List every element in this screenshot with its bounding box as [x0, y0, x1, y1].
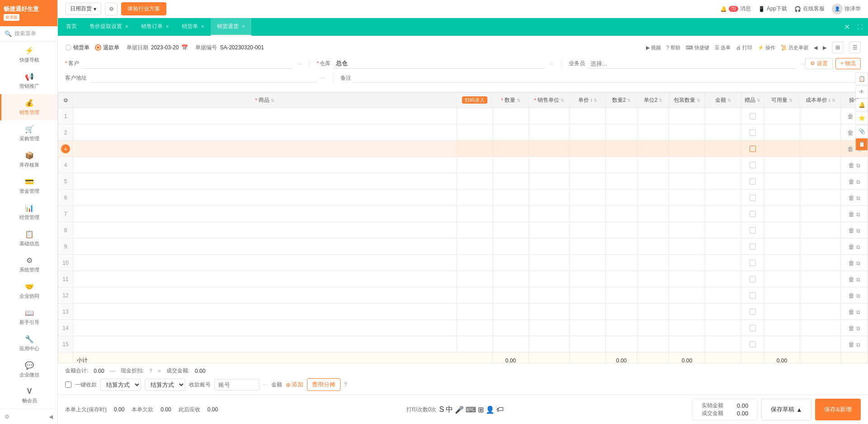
avail-cell[interactable] [764, 124, 800, 141]
add-cost-button[interactable]: ⊕ 添加 [286, 381, 303, 389]
product-input[interactable] [76, 145, 453, 152]
list-view-btn[interactable]: ☰ [849, 42, 861, 53]
copy-row-button[interactable]: ⧉ [856, 260, 860, 267]
avail-cell[interactable] [764, 108, 800, 124]
copy-row-button[interactable]: ⧉ [856, 162, 860, 169]
notification-bell[interactable]: 🔔 70 消息 [720, 5, 751, 13]
search-menu[interactable]: 🔍 搜索菜单 [0, 26, 57, 42]
pack-qty-cell[interactable] [669, 108, 705, 124]
cost-split-button[interactable]: 费用分摊 [307, 378, 340, 391]
product-cell[interactable] [73, 304, 457, 320]
price-cell[interactable] [570, 108, 606, 124]
sidebar-item-jichu[interactable]: 📋 基础信息 [0, 225, 57, 252]
gift-checkbox[interactable] [750, 292, 756, 299]
amount-cell[interactable] [705, 141, 741, 157]
rfloat-btn-6[interactable]: 📋 [855, 138, 868, 151]
delete-row-button[interactable]: 🗑 [848, 210, 854, 218]
sidebar-item-member[interactable]: V 畅会员 [0, 383, 57, 409]
rfloat-btn-3[interactable]: 🔔 [855, 99, 868, 111]
delete-row-button[interactable]: 🗑 [848, 178, 854, 185]
sidebar-item-kuaijie[interactable]: ⚡ 快捷导航 [0, 42, 57, 68]
unit-cell[interactable] [529, 124, 570, 141]
product-cell[interactable] [73, 320, 457, 336]
unit-cell[interactable] [529, 108, 570, 124]
address-input[interactable] [90, 73, 316, 83]
address-picker-icon[interactable]: ··· [321, 75, 326, 81]
operation-btn[interactable]: ⚡ 操作 [758, 44, 775, 51]
settings-gear-icon[interactable]: ⚙ [5, 414, 9, 420]
rfloat-btn-1[interactable]: 📋 [855, 72, 868, 85]
delete-row-button[interactable]: 🗑 [848, 292, 854, 299]
qty-cell[interactable] [493, 108, 529, 124]
delete-row-button[interactable]: 🗑 [848, 227, 854, 234]
warehouse-input[interactable] [333, 59, 544, 69]
product-cell[interactable] [73, 271, 457, 287]
delete-row-button[interactable]: 🗑 [847, 145, 854, 152]
delete-row-button[interactable]: 🗑 [847, 129, 854, 136]
unit-cell[interactable] [529, 141, 570, 157]
sort-icon[interactable]: ⇅ [832, 98, 835, 103]
video-btn[interactable]: ▶ 视频 [646, 44, 661, 51]
pack-qty-cell[interactable] [669, 141, 705, 157]
app-download-link[interactable]: 📱 App下载 [758, 5, 787, 13]
product-cell[interactable] [73, 108, 457, 124]
product-cell[interactable] [73, 141, 457, 157]
qty2-cell[interactable] [606, 124, 637, 141]
cost-price-cell[interactable] [800, 124, 841, 141]
rfloat-btn-2[interactable]: 👁 [855, 86, 868, 98]
trial-button[interactable]: 体验行业方案 [121, 2, 166, 15]
split-help-icon[interactable]: ? [344, 381, 347, 388]
sort-icon[interactable]: ⇅ [594, 98, 597, 103]
one-click-collect-checkbox[interactable] [65, 381, 71, 388]
gift-checkbox[interactable] [750, 309, 756, 315]
settlement-method-select[interactable]: 结算方式 [100, 379, 141, 391]
sort-icon[interactable]: ⇅ [697, 98, 700, 103]
product-cell[interactable] [73, 157, 457, 173]
delete-row-button[interactable]: 🗑 [847, 113, 854, 120]
scan-badge[interactable]: 扫码录入 [462, 96, 487, 104]
unit2-cell[interactable] [637, 108, 669, 124]
prev-btn[interactable]: ◀ [814, 45, 817, 51]
sort-icon[interactable]: ⇅ [659, 98, 662, 103]
date-value[interactable]: 2023-03-20 [151, 44, 179, 51]
tab-close-icon[interactable]: ✕ [125, 24, 128, 29]
amount-cell[interactable] [705, 124, 741, 141]
rfloat-btn-5[interactable]: 📎 [855, 125, 868, 138]
sidebar-item-yingxiao[interactable]: 📢 营销推广 [0, 68, 57, 94]
calendar-icon[interactable]: 📅 [181, 44, 188, 51]
sidebar-item-xinshou[interactable]: 📖 新手引导 [0, 304, 57, 330]
product-cell[interactable] [73, 173, 457, 190]
help-icon[interactable]: ? [149, 368, 152, 374]
doc-num-value[interactable]: SA-20230320-001 [220, 44, 264, 51]
copy-row-button[interactable]: ⧉ [856, 309, 860, 315]
copy-row-button[interactable]: ⧉ [856, 195, 860, 201]
salesperson-picker-icon[interactable]: ··· [801, 61, 805, 67]
next-btn[interactable]: ▶ [823, 45, 826, 51]
qty2-cell[interactable] [606, 141, 637, 157]
tab-sales-delivery[interactable]: 销货单 ✕ [175, 18, 211, 36]
copy-row-button[interactable]: ⧉ [856, 179, 860, 185]
copy-row-button[interactable]: ⧉ [856, 276, 860, 283]
gift-checkbox[interactable] [750, 129, 756, 136]
sidebar-item-jingying[interactable]: 📊 经营管理 [0, 199, 57, 225]
sort-icon[interactable]: ⇅ [727, 98, 731, 103]
avail-cell[interactable] [764, 141, 800, 157]
sort-icon[interactable]: ⇅ [789, 98, 793, 103]
footer-dots[interactable]: ··· [263, 381, 268, 388]
sort-icon[interactable]: ⇅ [517, 98, 520, 103]
delete-row-button[interactable]: 🗑 [848, 243, 854, 250]
sidebar-item-kucun[interactable]: 📦 库存核算 [0, 147, 57, 173]
product-cell[interactable] [73, 190, 457, 206]
delete-row-button[interactable]: 🗑 [848, 324, 854, 332]
sort-icon[interactable]: ⇅ [561, 98, 564, 103]
radio-sales-return[interactable]: 退款单 [95, 44, 119, 52]
tab-sales-order[interactable]: 销售订单 ✕ [135, 18, 175, 36]
tab-close-icon[interactable]: ✕ [201, 24, 204, 29]
salesperson-input[interactable] [588, 59, 797, 69]
user-profile[interactable]: 👤 徐泽华 [832, 4, 861, 14]
copy-row-button[interactable]: ⧉ [856, 211, 860, 218]
qty-cell[interactable] [493, 124, 529, 141]
delete-row-button[interactable]: 🗑 [848, 341, 854, 348]
product-cell[interactable] [73, 255, 457, 271]
tab-sales-return[interactable]: 销货退货 ✕ [211, 18, 251, 36]
